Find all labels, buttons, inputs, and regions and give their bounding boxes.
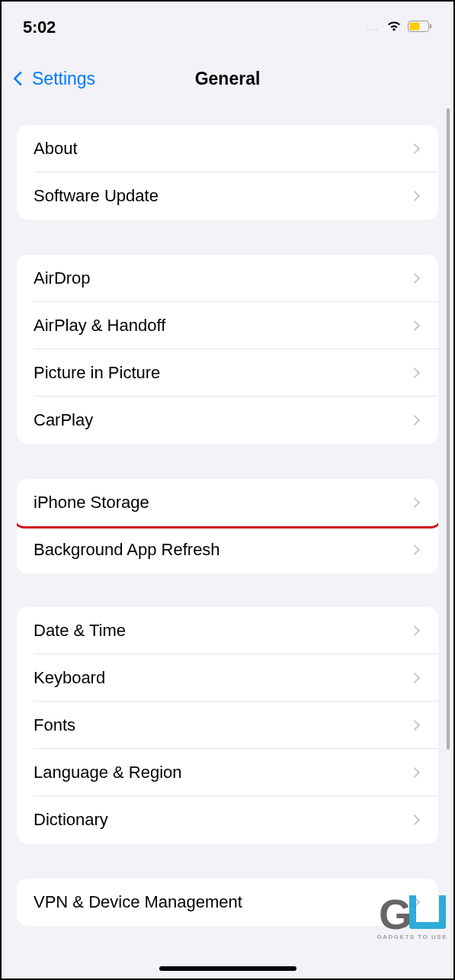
watermark: G GADGETS TO USE: [377, 895, 447, 940]
row-label: Software Update: [34, 186, 159, 206]
settings-content: About Software Update AirDrop AirPlay & …: [2, 125, 453, 926]
chevron-right-icon: [409, 497, 420, 508]
chevron-right-icon: [409, 273, 420, 284]
row-label: VPN & Device Management: [34, 892, 242, 912]
row-dictionary[interactable]: Dictionary: [17, 796, 438, 843]
chevron-right-icon: [409, 415, 420, 426]
scroll-indicator[interactable]: [447, 108, 450, 750]
row-background-app-refresh[interactable]: Background App Refresh: [17, 526, 438, 574]
settings-group-about: About Software Update: [17, 125, 438, 220]
home-indicator[interactable]: [159, 966, 296, 971]
battery-icon: [408, 21, 432, 35]
watermark-logo-icon: G: [379, 895, 446, 932]
row-label: Picture in Picture: [34, 363, 160, 383]
wifi-icon: [386, 20, 402, 35]
back-button[interactable]: Settings: [9, 69, 95, 89]
chevron-right-icon: [409, 143, 420, 154]
chevron-right-icon: [409, 673, 420, 683]
row-label: Fonts: [34, 715, 75, 735]
row-airplay-handoff[interactable]: AirPlay & Handoff: [17, 302, 438, 349]
settings-group-storage: iPhone Storage Background App Refresh: [17, 479, 438, 574]
row-label: AirDrop: [34, 268, 91, 288]
row-label: Date & Time: [34, 621, 126, 641]
chevron-right-icon: [409, 191, 420, 201]
watermark-text: GADGETS TO USE: [377, 933, 447, 940]
row-language-region[interactable]: Language & Region: [17, 749, 438, 796]
row-label: Language & Region: [34, 763, 182, 782]
chevron-right-icon: [409, 625, 420, 636]
chevron-right-icon: [409, 720, 420, 731]
row-label: Dictionary: [34, 810, 108, 830]
chevron-right-icon: [409, 815, 420, 825]
row-fonts[interactable]: Fonts: [17, 702, 438, 749]
chevron-right-icon: [409, 368, 420, 378]
row-iphone-storage[interactable]: iPhone Storage: [17, 479, 438, 526]
row-carplay[interactable]: CarPlay: [17, 397, 438, 444]
row-date-time[interactable]: Date & Time: [17, 607, 438, 654]
settings-group-airdrop: AirDrop AirPlay & Handoff Picture in Pic…: [17, 255, 438, 444]
row-label: AirPlay & Handoff: [34, 316, 165, 336]
chevron-left-icon: [13, 71, 28, 86]
row-vpn-device-management[interactable]: VPN & Device Management: [17, 879, 438, 926]
status-bar: 5:02 ....: [2, 2, 453, 43]
chevron-right-icon: [409, 767, 420, 778]
svg-rect-1: [410, 22, 420, 30]
row-about[interactable]: About: [17, 125, 438, 172]
row-label: Background App Refresh: [34, 540, 220, 560]
row-software-update[interactable]: Software Update: [17, 172, 438, 220]
chevron-right-icon: [409, 545, 420, 555]
nav-header: Settings General: [2, 53, 453, 104]
row-label: About: [34, 139, 78, 159]
settings-group-vpn: VPN & Device Management: [17, 879, 438, 926]
settings-group-date: Date & Time Keyboard Fonts Language & Re…: [17, 607, 438, 843]
back-label: Settings: [32, 69, 95, 89]
row-label: CarPlay: [34, 410, 93, 430]
row-picture-in-picture[interactable]: Picture in Picture: [17, 349, 438, 397]
status-right: ....: [367, 20, 432, 35]
page-title: General: [195, 69, 261, 89]
chevron-right-icon: [409, 320, 420, 331]
status-time: 5:02: [23, 18, 56, 37]
row-label: Keyboard: [34, 668, 105, 688]
row-label: iPhone Storage: [34, 493, 149, 512]
row-airdrop[interactable]: AirDrop: [17, 255, 438, 302]
cellular-dots-icon: ....: [367, 23, 379, 32]
row-keyboard[interactable]: Keyboard: [17, 654, 438, 702]
svg-rect-2: [430, 24, 431, 28]
device-frame: 5:02 .... Settings General About Softwar…: [0, 0, 455, 980]
